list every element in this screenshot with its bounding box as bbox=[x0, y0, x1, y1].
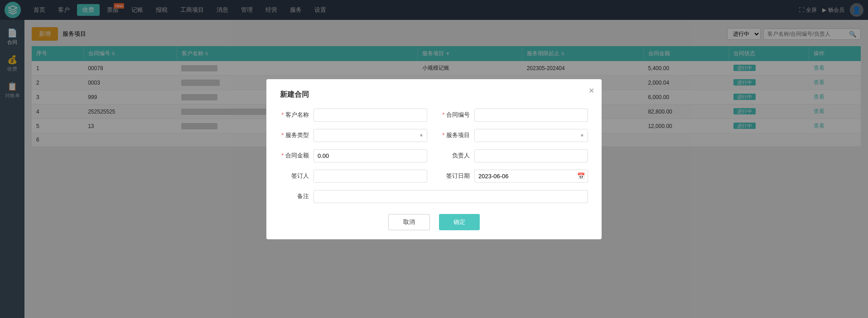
service-type-label: 服务类型 bbox=[280, 131, 309, 139]
contract-amount-input[interactable] bbox=[313, 149, 427, 162]
responsible-person-input[interactable] bbox=[474, 149, 588, 162]
sign-date-label: 签订日期 bbox=[441, 172, 470, 180]
field-signer: 签订人 bbox=[280, 170, 427, 183]
service-item-label: 服务项目 bbox=[441, 131, 470, 139]
field-service-item: 服务项目 ▼ bbox=[441, 129, 588, 142]
field-service-type: 服务类型 ▼ bbox=[280, 129, 427, 142]
signer-input[interactable] bbox=[313, 170, 427, 183]
new-contract-modal: 新建合同 ✕ 客户名称 合同编号 服务类型 ▼ bbox=[266, 79, 602, 239]
contract-no-label: 合同编号 bbox=[441, 111, 470, 119]
field-responsible-person: 负责人 bbox=[441, 149, 588, 162]
field-customer-name: 客户名称 bbox=[280, 109, 427, 122]
field-contract-no: 合同编号 bbox=[441, 109, 588, 122]
service-type-select[interactable] bbox=[313, 129, 427, 142]
modal-overlay: 新建合同 ✕ 客户名称 合同编号 服务类型 ▼ bbox=[0, 0, 868, 318]
modal-title: 新建合同 bbox=[280, 90, 588, 100]
remark-label: 备注 bbox=[280, 192, 309, 200]
contract-amount-label: 合同金额 bbox=[280, 152, 309, 160]
cancel-button[interactable]: 取消 bbox=[388, 214, 430, 230]
form-row-1: 客户名称 合同编号 bbox=[280, 109, 588, 122]
form-row-4: 签订人 签订日期 📅 bbox=[280, 170, 588, 183]
calendar-icon[interactable]: 📅 bbox=[577, 172, 585, 180]
form-row-5: 备注 bbox=[280, 190, 588, 203]
field-remark: 备注 bbox=[280, 190, 588, 203]
modal-footer: 取消 确定 bbox=[280, 214, 588, 230]
customer-name-label: 客户名称 bbox=[280, 111, 309, 119]
service-item-select[interactable] bbox=[474, 129, 588, 142]
form-row-2: 服务类型 ▼ 服务项目 ▼ bbox=[280, 129, 588, 142]
service-type-wrapper: ▼ bbox=[313, 129, 427, 142]
customer-name-input[interactable] bbox=[313, 109, 427, 122]
confirm-button[interactable]: 确定 bbox=[439, 214, 480, 230]
field-contract-amount: 合同金额 bbox=[280, 149, 427, 162]
remark-input[interactable] bbox=[313, 190, 588, 203]
signer-label: 签订人 bbox=[280, 172, 309, 180]
sign-date-wrapper: 📅 bbox=[474, 170, 588, 183]
modal-close-button[interactable]: ✕ bbox=[588, 86, 594, 95]
responsible-person-label: 负责人 bbox=[441, 152, 470, 160]
service-item-wrapper: ▼ bbox=[474, 129, 588, 142]
sign-date-input[interactable] bbox=[477, 170, 577, 182]
form-row-3: 合同金额 负责人 bbox=[280, 149, 588, 162]
contract-no-input[interactable] bbox=[474, 109, 588, 122]
field-sign-date: 签订日期 📅 bbox=[441, 170, 588, 183]
